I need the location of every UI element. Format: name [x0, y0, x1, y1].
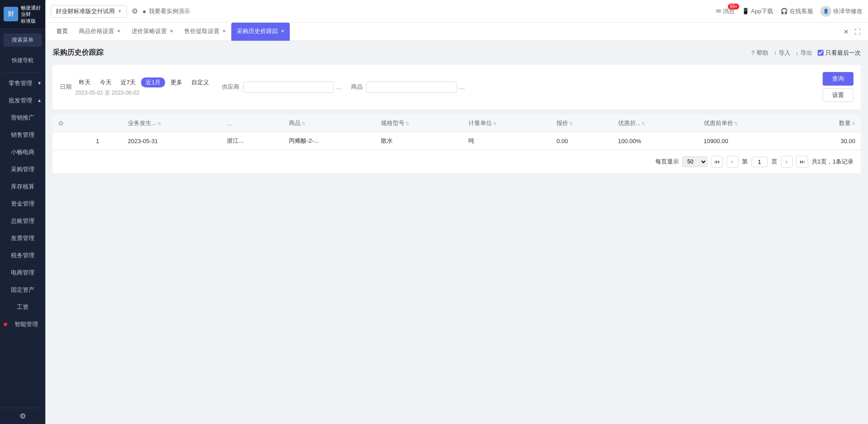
tab-close-icon[interactable]: ✕: [170, 29, 173, 34]
tab-label: 进价策略设置: [132, 27, 167, 35]
page-suffix: 页: [771, 158, 777, 166]
tab-purchase-history[interactable]: 采购历史价跟踪✕: [231, 23, 290, 41]
date-1month-btn[interactable]: 近1月: [141, 77, 165, 87]
first-page-button[interactable]: ⏮: [711, 156, 723, 168]
sidebar-item-label: 库存核算: [4, 183, 42, 191]
col-date: 业务发生...⇅: [122, 115, 221, 132]
date-7days-btn[interactable]: 近7天: [117, 77, 139, 87]
date-filter-group: 日期 昨天 今天 近7天 近1月 更多 自定义 2023-05-02 至 202…: [60, 77, 213, 97]
version-selector-label: 好业财标准版交付试用: [56, 7, 115, 15]
quick-nav-button[interactable]: 快捷导航: [4, 53, 42, 68]
next-page-button[interactable]: ›: [781, 156, 793, 168]
sidebar-item-label: 销售管理: [4, 131, 42, 139]
last-page-button[interactable]: ⏭: [796, 156, 808, 168]
message-badge: 99+: [728, 4, 739, 10]
export-label: 导出: [800, 49, 812, 57]
tab-sale-price[interactable]: 售价提取设置✕: [179, 23, 231, 41]
sidebar-gear-icon[interactable]: ⚙: [20, 412, 26, 420]
sidebar-item-sales[interactable]: 销售管理: [0, 126, 45, 144]
sidebar-item-label: 资金管理: [4, 200, 42, 208]
export-button[interactable]: ↓ 导出: [796, 49, 813, 57]
tab-product-price[interactable]: 商品价格设置✕: [73, 23, 126, 41]
per-page-label: 每页显示: [655, 158, 679, 166]
date-today-btn[interactable]: 今天: [96, 77, 115, 87]
setting-button[interactable]: 设置: [823, 88, 853, 102]
sidebar-item-salary[interactable]: 工资: [0, 299, 45, 316]
last-only-checkbox[interactable]: [818, 50, 824, 56]
app-logo-icon: 财: [4, 7, 18, 21]
version-selector[interactable]: 好业财标准版交付试用 ▼: [51, 5, 127, 18]
sidebar-item-label: 营销推广: [4, 114, 42, 122]
sidebar-item-purchase[interactable]: 采购管理: [0, 161, 45, 178]
page-number-input[interactable]: [751, 157, 768, 167]
tab-close-icon[interactable]: ✕: [222, 29, 226, 34]
filter-row: 日期 昨天 今天 近7天 近1月 更多 自定义 2023-05-02 至 202…: [60, 72, 853, 102]
sidebar-item-ecommerce[interactable]: 电商管理: [0, 264, 45, 281]
sidebar-item-finance[interactable]: 资金管理: [0, 195, 45, 212]
supplier-filter-label: 供应商: [222, 83, 239, 91]
supplier-dots[interactable]: ...: [336, 83, 341, 91]
import-button[interactable]: ↑ 导入: [774, 49, 790, 57]
col-qty: 数量⇅: [800, 115, 861, 132]
product-filter-group: 商品 ...: [351, 82, 465, 93]
sidebar-item-tax[interactable]: 税务管理: [0, 247, 45, 264]
online-service-button[interactable]: 🎧 在线客服: [780, 7, 813, 15]
sidebar-item-label: 发票管理: [4, 234, 42, 242]
chevron-down-icon: ▼: [117, 9, 122, 14]
date-yesterday-btn[interactable]: 昨天: [75, 77, 94, 87]
help-button[interactable]: ? 帮助: [751, 49, 768, 57]
sidebar-item-retail[interactable]: 零售管理▼: [0, 75, 45, 92]
product-input[interactable]: [366, 82, 457, 93]
sidebar-item-marketing[interactable]: 营销推广: [0, 109, 45, 126]
maximize-tab-button[interactable]: ⛶: [853, 26, 863, 37]
chevron-icon: ▼: [37, 81, 42, 86]
date-more-btn[interactable]: 更多: [167, 77, 186, 87]
last-only-checkbox-wrap[interactable]: 只看最后一次: [818, 49, 861, 57]
sidebar-item-ecommerce-small[interactable]: 小畅电商: [0, 144, 45, 161]
settings-icon[interactable]: ⚙: [132, 7, 138, 15]
sidebar-item-assets[interactable]: 固定资产: [0, 281, 45, 299]
product-dots[interactable]: ...: [459, 83, 465, 91]
close-tab-button[interactable]: ✕: [842, 26, 851, 37]
cell-qty: 30.00: [800, 132, 861, 150]
data-table-container: ⚙ 业务发生...⇅ ... 商品⇅ 规格型号⇅ 计量单位⇅ 报价⇅ 优惠折..…: [53, 115, 861, 173]
tab-home[interactable]: 首页: [51, 23, 73, 41]
help-label: 帮助: [756, 49, 768, 57]
export-icon: ↓: [796, 49, 799, 56]
sidebar-nav: 零售管理▼批发管理▲营销推广销售管理小畅电商采购管理库存核算资金管理总账管理发票…: [0, 75, 45, 408]
sidebar-item-label: 总账管理: [4, 217, 42, 225]
sidebar-item-smart[interactable]: 智能管理: [0, 316, 45, 333]
table-body: 1 2023-05-31 浙江... 丙烯酸-2-... 散水 吨 0.00 1…: [53, 132, 861, 150]
cell-gear: [53, 132, 90, 150]
import-label: 导入: [779, 49, 790, 57]
app-download-button[interactable]: 📱 App下载: [742, 7, 773, 15]
message-button[interactable]: ✉ 消息 99+: [716, 7, 735, 15]
date-buttons: 昨天 今天 近7天 近1月 更多 自定义: [75, 77, 213, 87]
query-button[interactable]: 查询: [823, 72, 853, 86]
date-custom-btn[interactable]: 自定义: [188, 77, 213, 87]
column-settings-icon[interactable]: ⚙: [58, 120, 64, 127]
sort-qty-icon: ⇅: [852, 121, 855, 126]
tab-close-icon[interactable]: ✕: [281, 29, 284, 34]
per-page-select[interactable]: 50 100 200: [683, 156, 707, 167]
sidebar-item-ledger[interactable]: 总账管理: [0, 212, 45, 230]
cell-date: 2023-05-31: [122, 132, 221, 150]
search-menu-button[interactable]: 搜索菜单: [4, 34, 42, 47]
page-content: 采购历史价跟踪 ? 帮助 ↑ 导入 ↓ 导出 只看最后一次: [45, 41, 868, 424]
sidebar-item-inventory[interactable]: 库存核算: [0, 178, 45, 195]
tab-close-icon[interactable]: ✕: [117, 29, 121, 34]
sidebar-item-wholesale[interactable]: 批发管理▲: [0, 92, 45, 109]
user-menu[interactable]: 👤 徐泽华修改: [820, 6, 863, 17]
demo-button[interactable]: ● 我要看实例演示: [142, 7, 190, 15]
avatar: 👤: [820, 6, 831, 17]
mobile-icon: 📱: [742, 8, 749, 14]
cell-pre-price: 10900.00: [698, 132, 800, 150]
supplier-input[interactable]: [243, 82, 334, 93]
tab-purchase-strategy[interactable]: 进价策略设置✕: [126, 23, 179, 41]
topbar-right: ✉ 消息 99+ 📱 App下载 🎧 在线客服 👤 徐泽华修改: [716, 6, 863, 17]
sidebar-item-invoice[interactable]: 发票管理: [0, 230, 45, 247]
sidebar-item-label: 电商管理: [4, 269, 42, 277]
tab-label: 首页: [56, 27, 68, 35]
demo-label: 我要看实例演示: [149, 7, 190, 15]
prev-page-button[interactable]: ‹: [727, 156, 738, 168]
